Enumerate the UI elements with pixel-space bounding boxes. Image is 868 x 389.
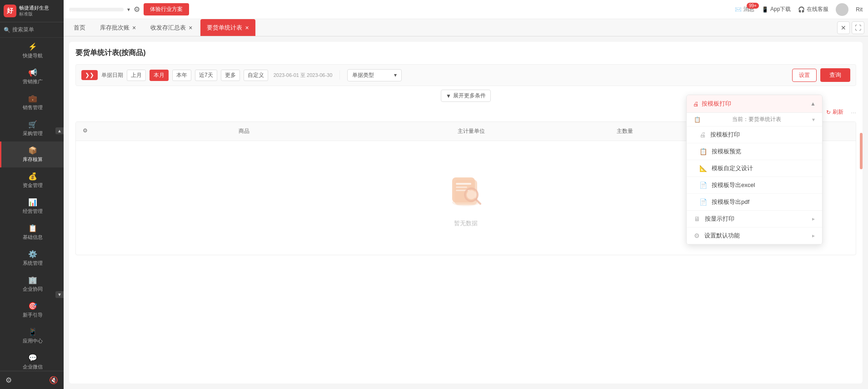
refresh-icon: ↻ bbox=[826, 109, 831, 116]
tab-home[interactable]: 首页 bbox=[67, 19, 92, 36]
sidebar-item-label: 企业协同 bbox=[23, 286, 43, 293]
industry-btn[interactable]: 体验行业方案 bbox=[144, 3, 189, 15]
template-preview-label: 按模板预览 bbox=[712, 147, 815, 156]
sidebar-item-marketing[interactable]: 📢 营销推广 bbox=[0, 64, 64, 90]
date-btn-prev-month[interactable]: 上月 bbox=[127, 70, 146, 81]
date-btn-this-month[interactable]: 本月 bbox=[150, 70, 169, 81]
sidebar-bottom: ⚙ 🔇 bbox=[0, 371, 64, 389]
refresh-label: 刷新 bbox=[833, 108, 843, 116]
maximize-tab-btn[interactable]: ⛶ bbox=[852, 21, 864, 34]
inventory-icon: 📦 bbox=[28, 146, 37, 155]
tab-receipt-summary[interactable]: 收发存汇总表 × bbox=[144, 19, 199, 36]
sidebar-item-label: 企业微信 bbox=[23, 364, 43, 370]
sidebar-item-label: 基础信息 bbox=[23, 234, 43, 241]
message-btn[interactable]: ✉️ 消息 99+ bbox=[735, 5, 754, 13]
topbar-gear-icon[interactable]: ⚙ bbox=[134, 5, 140, 14]
sidebar-item-wechat[interactable]: 💬 企业微信 bbox=[0, 349, 64, 371]
date-btn-more[interactable]: 更多 bbox=[221, 70, 240, 81]
th-product: 商品 bbox=[94, 126, 394, 137]
tab-batch-account-close[interactable]: × bbox=[132, 25, 136, 31]
date-btn-custom[interactable]: 自定义 bbox=[244, 70, 268, 81]
tab-order-summary[interactable]: 要货单统计表 × bbox=[200, 19, 255, 36]
message-badge: 99+ bbox=[747, 3, 759, 9]
sidebar-item-operation[interactable]: 📊 经营管理 bbox=[0, 193, 64, 219]
export-excel-label: 按模板导出excel bbox=[712, 181, 815, 189]
tab-home-label: 首页 bbox=[74, 24, 85, 32]
sidebar-item-enterprise[interactable]: 🏢 企业协同 bbox=[0, 271, 64, 297]
dropdown-item-display-print[interactable]: 🖥 按显示打印 ▸ bbox=[687, 211, 822, 227]
wechat-icon: 💬 bbox=[28, 354, 37, 362]
close-tab-btn[interactable]: ✕ bbox=[837, 21, 850, 34]
settings-icon-col[interactable]: ⚙ bbox=[83, 127, 88, 134]
sidebar-search[interactable]: 🔍 搜索菜单 bbox=[0, 22, 64, 38]
sidebar-item-apps[interactable]: 📱 应用中心 bbox=[0, 323, 64, 349]
page-title: 要货单统计表(按商品) bbox=[75, 48, 856, 58]
dropdown-collapse-btn[interactable]: ▲ bbox=[810, 101, 816, 107]
custom-design-icon: 📐 bbox=[699, 165, 707, 172]
default-func-label: 设置默认功能 bbox=[704, 232, 808, 240]
dropdown-header: 🖨 按模板打印 ▲ bbox=[687, 95, 822, 113]
display-print-icon: 🖥 bbox=[694, 215, 700, 222]
sidebar-scroll-up[interactable]: ▲ bbox=[55, 127, 64, 134]
tabs-bar: 首页 库存批次账 × 收发存汇总表 × 要货单统计表 × ✕ ⛶ bbox=[64, 19, 868, 36]
type-select[interactable]: 单据类型 ▾ bbox=[347, 69, 402, 81]
tab-receipt-summary-label: 收发存汇总表 bbox=[150, 24, 186, 32]
sidebar-item-base[interactable]: 📋 基础信息 bbox=[0, 219, 64, 245]
sidebar-item-newbie[interactable]: 🎯 新手引导 bbox=[0, 297, 64, 323]
sidebar-item-label: 库存核算 bbox=[23, 156, 43, 163]
topbar-dropdown-arrow[interactable]: ▾ bbox=[127, 6, 130, 13]
expand-more-btn[interactable]: ▼ 展开更多条件 bbox=[441, 90, 491, 102]
sidebar-item-finance[interactable]: 💰 资金管理 bbox=[0, 167, 64, 193]
sidebar-item-label: 销售管理 bbox=[23, 104, 43, 111]
excel-icon: 📄 bbox=[699, 182, 707, 189]
app-logo: 好 畅捷通好生意 标准版 bbox=[0, 0, 64, 22]
settings-icon[interactable]: ⚙ bbox=[5, 376, 12, 384]
dropdown-item-template-preview[interactable]: 📋 按模板预览 bbox=[687, 143, 822, 160]
sidebar-item-inventory[interactable]: 📦 库存核算 bbox=[0, 141, 64, 167]
phone-icon: 📱 bbox=[762, 6, 768, 13]
more-options-btn[interactable]: ··· bbox=[851, 109, 856, 116]
dropdown-item-export-pdf[interactable]: 📄 按模板导出pdf bbox=[687, 194, 822, 211]
sidebar: 好 畅捷通好生意 标准版 🔍 搜索菜单 ⚡ 快捷导航 📢 营销推广 💼 销售管理… bbox=[0, 0, 64, 389]
current-arrow: ▾ bbox=[812, 116, 815, 123]
filter-expand-icon-btn[interactable]: ❯❯ bbox=[81, 70, 98, 80]
display-print-arrow: ▸ bbox=[812, 216, 815, 222]
tab-receipt-summary-close[interactable]: × bbox=[189, 25, 192, 31]
tab-order-summary-close[interactable]: × bbox=[245, 25, 249, 31]
svg-rect-4 bbox=[456, 187, 467, 188]
dropdown-item-export-excel[interactable]: 📄 按模板导出excel bbox=[687, 177, 822, 194]
sidebar-item-label: 快捷导航 bbox=[23, 52, 43, 59]
dropdown-item-template-custom[interactable]: 📐 模板自定义设计 bbox=[687, 160, 822, 177]
enterprise-icon: 🏢 bbox=[28, 276, 37, 284]
print-dropdown: 🖨 按模板打印 ▲ 📋 当前：要货单统计表 ▾ 🖨 按模板打印 📋 按模板预览 … bbox=[686, 95, 823, 245]
query-btn[interactable]: 查询 bbox=[820, 68, 850, 82]
online-service-btn[interactable]: 🎧 在线客服 bbox=[798, 5, 828, 13]
sidebar-scroll-down[interactable]: ▼ bbox=[55, 291, 64, 298]
user-avatar[interactable] bbox=[836, 3, 848, 16]
settings-btn[interactable]: 设置 bbox=[792, 69, 817, 82]
sidebar-item-quick-nav[interactable]: ⚡ 快捷导航 bbox=[0, 38, 64, 64]
date-range-display: 2023-06-01 至 2023-06-30 bbox=[274, 72, 333, 79]
sidebar-item-system[interactable]: ⚙️ 系统管理 bbox=[0, 245, 64, 271]
sidebar-item-sales[interactable]: 💼 销售管理 bbox=[0, 90, 64, 116]
mute-icon[interactable]: 🔇 bbox=[49, 376, 58, 384]
template-custom-label: 模板自定义设计 bbox=[712, 164, 815, 172]
scroll-thumb[interactable] bbox=[860, 133, 863, 169]
date-btn-7days[interactable]: 近7天 bbox=[195, 70, 217, 81]
th-quantity: 主数量 bbox=[548, 126, 702, 137]
marketing-icon: 📢 bbox=[28, 68, 37, 77]
dropdown-item-template-print[interactable]: 🖨 按模板打印 bbox=[687, 126, 822, 143]
expand-more-icon: ▼ bbox=[446, 93, 451, 99]
tabs-right-controls: ✕ ⛶ bbox=[837, 21, 864, 34]
svg-point-7 bbox=[467, 190, 476, 199]
tab-batch-account[interactable]: 库存批次账 × bbox=[94, 19, 142, 36]
date-btn-this-year[interactable]: 本年 bbox=[172, 70, 191, 81]
refresh-btn[interactable]: ↻ 刷新 bbox=[823, 106, 847, 118]
sidebar-nav: ⚡ 快捷导航 📢 营销推广 💼 销售管理 🛒 采购管理 📦 库存核算 💰 资金管… bbox=[0, 38, 64, 371]
sidebar-item-purchase[interactable]: 🛒 采购管理 bbox=[0, 116, 64, 141]
app-download-btn[interactable]: 📱 App下载 bbox=[762, 5, 791, 13]
dropdown-item-default-func[interactable]: ⚙ 设置默认功能 ▸ bbox=[687, 227, 822, 244]
user-name: Rit bbox=[856, 6, 863, 13]
export-pdf-label: 按模板导出pdf bbox=[712, 198, 815, 206]
sidebar-item-label: 应用中心 bbox=[23, 338, 43, 344]
